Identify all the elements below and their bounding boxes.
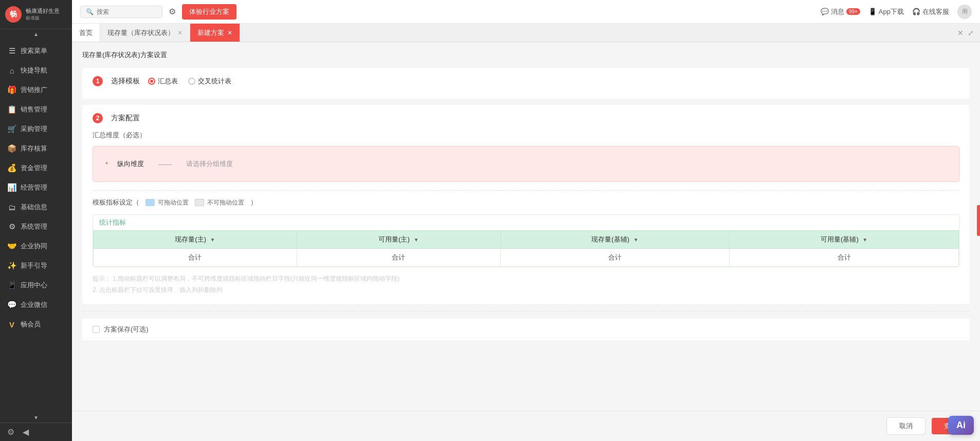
- col-header-3-label: 可用量(基辅): [821, 235, 859, 243]
- sidebar-item-label: 应用中心: [21, 281, 47, 290]
- sidebar-item-label: 搜索菜单: [21, 46, 47, 56]
- speaker-icon[interactable]: ◀: [23, 427, 29, 437]
- sidebar-item-label: 营销推广: [21, 85, 47, 95]
- avatar[interactable]: 用: [957, 5, 972, 19]
- gear-icon[interactable]: ⚙: [169, 7, 176, 16]
- radio-cross-label: 交叉统计表: [198, 77, 231, 86]
- sidebar-item-label: 快捷导航: [21, 66, 47, 75]
- tip-1: 提示： 1.拖动标题栏可以调整布局，不可跨维度或指标区域拖动栏目字段(只能在同一…: [93, 273, 959, 285]
- sidebar-item-label: 企业微信: [21, 300, 47, 309]
- sidebar-item-label: 采购管理: [21, 124, 47, 134]
- radio-group: 汇总表 交叉统计表: [148, 77, 231, 86]
- tab-home[interactable]: 首页: [72, 24, 100, 42]
- scroll-down-btn[interactable]: ▼: [0, 413, 72, 422]
- step2-badge: 2: [93, 113, 103, 123]
- message-icon: 💬: [821, 8, 829, 15]
- col-header-1[interactable]: 可用量(主) ▼: [297, 231, 500, 249]
- sidebar-item-app-center[interactable]: 📱 应用中心: [0, 275, 72, 295]
- footer-actions: 取消 查询: [72, 411, 980, 441]
- settings-icon[interactable]: ⚙: [7, 427, 14, 437]
- marketing-icon: 🎁: [7, 85, 16, 95]
- col-header-3[interactable]: 可用量(基辅) ▼: [730, 231, 959, 249]
- sidebar-item-member[interactable]: V 畅会员: [0, 315, 72, 334]
- search-input[interactable]: [97, 8, 157, 15]
- guide-icon: ✨: [7, 261, 16, 270]
- col-header-1-label: 可用量(主): [378, 235, 410, 243]
- app-center-icon: 📱: [7, 281, 16, 290]
- col-3-chevron-icon: ▼: [862, 237, 867, 243]
- system-icon: ⚙: [7, 222, 16, 231]
- sidebar-item-inventory[interactable]: 📦 库存核算: [0, 139, 72, 158]
- step1-label: 选择模板: [111, 77, 140, 86]
- sidebar-item-finance[interactable]: 💰 资金管理: [0, 158, 72, 178]
- save-checkbox[interactable]: [93, 326, 100, 333]
- sidebar-item-label: 资金管理: [21, 163, 47, 173]
- divider1: [93, 190, 959, 191]
- cell-2: 合计: [500, 249, 730, 267]
- sidebar-item-sales[interactable]: 📋 销售管理: [0, 100, 72, 119]
- step2-section: 2 方案配置 汇总维度（必选） * 纵向维度 —— 请选择分组维度 模板指标设定…: [82, 105, 970, 304]
- sidebar-item-contract[interactable]: 🤝 企业协同: [0, 236, 72, 256]
- dimension-placeholder: 请选择分组维度: [186, 159, 233, 169]
- sidebar-item-marketing[interactable]: 🎁 营销推广: [0, 80, 72, 100]
- tab-inventory-label: 现存量（库存状况表）: [107, 28, 174, 38]
- page-title: 现存量(库存状况表)方案设置: [82, 50, 970, 60]
- col-header-0-label: 现存量(主): [175, 235, 206, 243]
- right-scroll-indicator[interactable]: [977, 205, 980, 236]
- col-header-0[interactable]: 现存量(主) ▼: [94, 231, 297, 249]
- vertical-dimension-label: 纵向维度: [117, 159, 144, 169]
- tab-inventory-status[interactable]: 现存量（库存状况表） ✕: [100, 24, 190, 42]
- logo-icon: 畅: [5, 6, 22, 23]
- step2-header: 2 方案配置: [93, 113, 959, 123]
- customer-service-btn[interactable]: 🎧 在线客服: [912, 7, 949, 16]
- trial-btn[interactable]: 体验行业方案: [182, 4, 237, 20]
- app-badge: 标准版: [26, 15, 60, 22]
- sidebar-item-base-info[interactable]: 🗂 基础信息: [0, 197, 72, 217]
- finance-icon: 💰: [7, 163, 16, 173]
- sidebar-item-label: 基础信息: [21, 203, 47, 212]
- sidebar-item-label: 新手引导: [21, 261, 47, 270]
- sidebar-item-wechat[interactable]: 💬 企业微信: [0, 295, 72, 315]
- col-1-chevron-icon: ▼: [413, 237, 419, 243]
- search-box[interactable]: 🔍: [80, 6, 162, 18]
- messages-label: 消息: [831, 7, 844, 16]
- tab-expand-btn[interactable]: ✕ ⤢: [951, 29, 980, 37]
- sidebar-item-operation[interactable]: 📊 经营管理: [0, 178, 72, 197]
- cancel-button[interactable]: 取消: [886, 417, 925, 435]
- sidebar-item-system[interactable]: ⚙ 系统管理: [0, 217, 72, 236]
- ai-badge[interactable]: Ai: [948, 416, 974, 435]
- stats-table: 现存量(主) ▼ 可用量(主) ▼ 现存量(基辅) ▼: [93, 230, 959, 267]
- tab-new-plan[interactable]: 新建方案 ✕: [190, 24, 240, 42]
- sidebar-bottom: ⚙ ◀: [0, 422, 72, 441]
- messages-badge: 99+: [846, 8, 860, 15]
- col-header-2-label: 现存量(基辅): [591, 235, 629, 243]
- messages-btn[interactable]: 💬 消息 99+: [821, 7, 860, 16]
- step2-label: 方案配置: [111, 114, 140, 123]
- radio-cross[interactable]: 交叉统计表: [188, 77, 231, 86]
- tab-new-plan-label: 新建方案: [197, 28, 224, 38]
- radio-summary[interactable]: 汇总表: [148, 77, 178, 86]
- radio-summary-circle: [148, 78, 155, 85]
- cell-0: 合计: [94, 249, 297, 267]
- scroll-up-btn[interactable]: ▲: [0, 29, 72, 39]
- app-download-btn[interactable]: 📱 App下载: [868, 7, 904, 16]
- collapse-icon: ✕: [957, 29, 964, 37]
- sidebar-item-guide[interactable]: ✨ 新手引导: [0, 256, 72, 275]
- col-header-2[interactable]: 现存量(基辅) ▼: [500, 231, 730, 249]
- sidebar-item-label: 系统管理: [21, 222, 47, 231]
- sidebar-item-label: 销售管理: [21, 105, 47, 114]
- tab-inventory-close-icon[interactable]: ✕: [177, 29, 183, 36]
- dimension-dash: ——: [158, 160, 172, 168]
- sidebar: 畅 畅康通好生意 标准版 ▲ ☰ 搜索菜单 ⌂ 快捷导航 🎁 营销推广 📋 销售…: [0, 0, 72, 441]
- tab-new-plan-close-icon[interactable]: ✕: [227, 29, 232, 36]
- dimension-required-area: * 纵向维度 —— 请选择分组维度: [93, 146, 959, 182]
- sidebar-item-label: 经营管理: [21, 183, 47, 192]
- sidebar-item-purchase[interactable]: 🛒 采购管理: [0, 119, 72, 139]
- operation-icon: 📊: [7, 183, 16, 192]
- headset-icon: 🎧: [912, 8, 920, 15]
- radio-cross-circle: [188, 78, 195, 85]
- sidebar-item-search-menu[interactable]: ☰ 搜索菜单: [0, 41, 72, 61]
- main-area: 🔍 ⚙ 体验行业方案 💬 消息 99+ 📱 App下载 🎧 在线客服 用 首页: [72, 0, 980, 441]
- sidebar-item-quick-nav[interactable]: ⌂ 快捷导航: [0, 61, 72, 80]
- tips-section: 提示： 1.拖动标题栏可以调整布局，不可跨维度或指标区域拖动栏目字段(只能在同一…: [93, 273, 959, 296]
